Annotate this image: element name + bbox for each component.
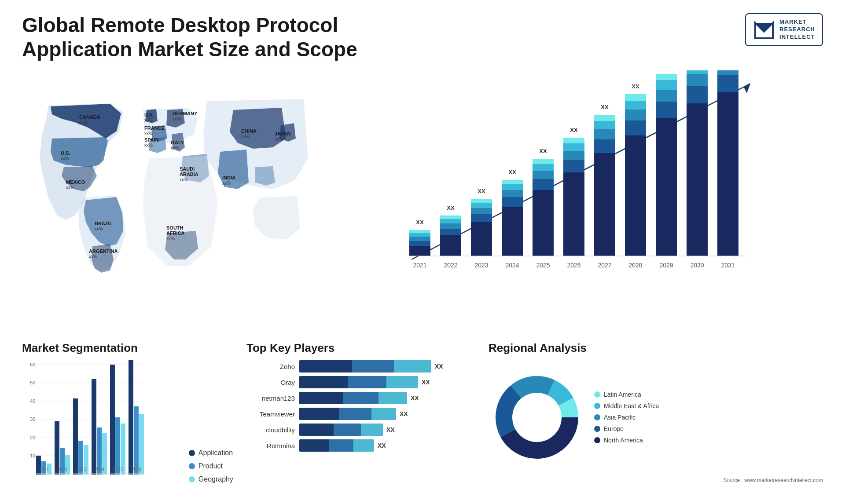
- donut-label-europe: Europe: [604, 425, 624, 432]
- svg-rect-65: [533, 179, 554, 190]
- donut-label-north-america: North America: [604, 437, 643, 444]
- svg-text:2031: 2031: [721, 262, 735, 269]
- logo-area: MARKETRESEARCHINTELLECT: [745, 13, 823, 46]
- svg-rect-44: [440, 229, 461, 235]
- player-bar-oray: XX: [299, 376, 475, 388]
- bar-2025: XX 2025: [533, 148, 554, 269]
- market-size-chart-section: XX 2021 XX 2022: [326, 70, 823, 332]
- player-name-cloudbility: cloudbility: [246, 426, 295, 434]
- svg-text:xx%: xx%: [180, 177, 188, 182]
- segmentation-legend: Application Product Geography: [184, 449, 233, 483]
- svg-rect-46: [440, 219, 461, 223]
- svg-text:xx%: xx%: [166, 236, 175, 241]
- svg-rect-71: [563, 172, 584, 256]
- svg-rect-79: [594, 139, 615, 153]
- svg-marker-1: [755, 23, 773, 32]
- svg-rect-135: [92, 379, 96, 475]
- donut-legend-asia-pacific: Asia Pacific: [594, 414, 659, 421]
- svg-text:2030: 2030: [690, 262, 704, 269]
- svg-rect-145: [139, 414, 144, 475]
- bottom-row: Market Segmentation 60 50 40 30 20: [22, 341, 823, 491]
- player-bar-netman: XX: [299, 392, 475, 404]
- bar-2031: XX 2031: [717, 70, 738, 269]
- svg-text:XX: XX: [478, 188, 485, 194]
- svg-text:2025: 2025: [536, 262, 550, 269]
- svg-rect-101: [687, 74, 708, 86]
- segmentation-title: Market Segmentation: [22, 341, 233, 355]
- regional-section: Regional Analysis: [489, 341, 823, 491]
- svg-rect-86: [625, 121, 646, 135]
- svg-text:XX: XX: [447, 205, 455, 211]
- svg-text:FRANCE: FRANCE: [144, 125, 165, 131]
- main-content: CANADA xx% U.S. xx% MEXICO xx% BRAZIL xx…: [22, 70, 823, 332]
- svg-rect-51: [471, 214, 492, 222]
- svg-text:xx%: xx%: [241, 134, 250, 139]
- svg-text:2026: 2026: [567, 262, 580, 269]
- svg-text:U.S.: U.S.: [61, 150, 70, 156]
- svg-rect-54: [471, 199, 492, 203]
- svg-text:XX: XX: [570, 127, 578, 133]
- svg-rect-78: [594, 153, 615, 256]
- svg-rect-59: [502, 190, 523, 197]
- market-size-bar-chart: XX 2021 XX 2022: [326, 70, 823, 286]
- svg-rect-67: [533, 164, 554, 171]
- svg-text:xx%: xx%: [66, 185, 74, 190]
- svg-text:xx%: xx%: [79, 121, 88, 125]
- svg-rect-85: [625, 135, 646, 256]
- svg-text:xx%: xx%: [171, 146, 179, 150]
- svg-rect-58: [502, 197, 523, 207]
- legend-application-dot: [189, 450, 195, 456]
- svg-rect-81: [594, 121, 615, 129]
- svg-text:SAUDI: SAUDI: [180, 166, 195, 172]
- player-name-remmina: Remmina: [246, 442, 295, 449]
- donut-label-mea: Middle East & Africa: [604, 402, 659, 409]
- svg-rect-80: [594, 129, 615, 139]
- player-row-teamviewer: Teamviewer XX: [246, 408, 475, 420]
- bar-2026: XX 2026: [563, 127, 584, 269]
- svg-rect-68: [533, 159, 554, 164]
- donut-dot-latin-america: [594, 391, 600, 398]
- svg-text:CHINA: CHINA: [241, 128, 257, 134]
- player-xx-zoho: XX: [435, 363, 443, 370]
- svg-rect-94: [656, 90, 677, 102]
- svg-text:xx%: xx%: [144, 143, 153, 148]
- svg-rect-72: [563, 160, 584, 172]
- legend-application: Application: [189, 449, 233, 457]
- svg-text:INDIA: INDIA: [222, 175, 235, 180]
- players-chart: Zoho XX Oray: [246, 360, 475, 452]
- svg-rect-144: [134, 406, 139, 475]
- svg-text:XX: XX: [601, 104, 609, 110]
- page-header: Global Remote Desktop Protocol Applicati…: [22, 13, 823, 62]
- donut-dot-asia-pacific: [594, 414, 600, 420]
- donut-dot-north-america: [594, 437, 600, 443]
- svg-text:2023: 2023: [474, 262, 488, 269]
- svg-text:2024: 2024: [95, 467, 105, 472]
- donut-chart-svg: [489, 369, 585, 466]
- map-container: CANADA xx% U.S. xx% MEXICO xx% BRAZIL xx…: [22, 70, 312, 286]
- svg-rect-139: [110, 365, 115, 475]
- svg-rect-40: [409, 230, 430, 233]
- svg-rect-87: [625, 110, 646, 121]
- bar-2027: XX 2027: [594, 104, 615, 269]
- svg-rect-53: [471, 203, 492, 208]
- world-map-svg: CANADA xx% U.S. xx% MEXICO xx% BRAZIL xx…: [22, 70, 312, 286]
- svg-rect-61: [502, 180, 523, 184]
- bar-2024: XX 2024: [502, 169, 523, 269]
- segmentation-bars: 60 50 40 30 20 10: [22, 360, 176, 483]
- donut-legend: Latin America Middle East & Africa Asia …: [594, 391, 659, 444]
- svg-rect-88: [625, 101, 646, 110]
- player-row-zoho: Zoho XX: [246, 360, 475, 373]
- svg-rect-37: [409, 241, 430, 246]
- svg-rect-100: [687, 86, 708, 103]
- player-bar-zoho: XX: [299, 360, 475, 373]
- svg-text:XX: XX: [416, 219, 424, 226]
- svg-text:ARGENTINA: ARGENTINA: [89, 248, 118, 254]
- svg-text:xx%: xx%: [95, 226, 103, 231]
- svg-rect-107: [717, 70, 738, 75]
- svg-rect-36: [409, 246, 430, 256]
- segmentation-section: Market Segmentation 60 50 40 30 20: [22, 341, 233, 491]
- player-name-netman: netman123: [246, 394, 295, 402]
- player-bar-teamviewer: XX: [299, 408, 475, 420]
- legend-product-dot: [189, 463, 195, 469]
- svg-rect-99: [687, 103, 708, 256]
